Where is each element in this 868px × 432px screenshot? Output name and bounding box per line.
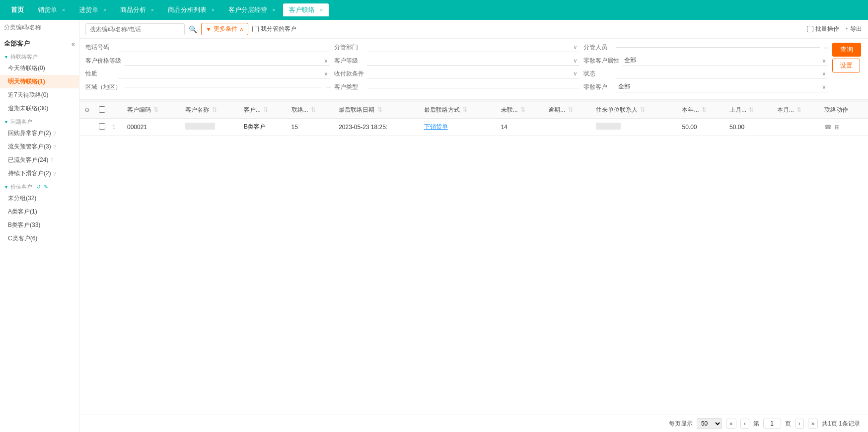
unit-contact-cell (593, 119, 679, 136)
sidebar-item-ungrouped[interactable]: 未分组(32) (0, 192, 79, 205)
customer-type-label: 客户类型 (334, 83, 364, 91)
customer-level-label: 客户等级 (334, 57, 364, 65)
col-last-contact-method[interactable]: 最后联络方式 ⇅ (421, 102, 498, 119)
grid-action-icon[interactable]: ⊞ (835, 124, 840, 131)
sidebar-item-repurchase-abnormal[interactable]: 回购异常客户(2) ? (0, 127, 79, 140)
filter-right-actions: 批量操作 ↑ 导出 (807, 25, 862, 33)
price-level-select[interactable]: ∨ (124, 56, 330, 66)
search-input[interactable] (85, 23, 185, 35)
next-page-button[interactable]: › (795, 419, 804, 429)
retail-customer-select[interactable]: 全部 ∨ (616, 81, 828, 92)
sidebar-item-today-contact[interactable]: 今天待联络(0) (0, 62, 79, 75)
page-input[interactable] (763, 419, 781, 429)
batch-op-checkbox[interactable] (807, 26, 813, 32)
col-this-month[interactable]: 本月... ⇅ (774, 102, 822, 119)
adv-filter-row1: 电话号码 分管部门 ∨ 分管人员 (85, 43, 828, 52)
close-goods-analysis-tab[interactable]: × (151, 7, 154, 13)
sidebar: 🔍 全部客户 « ▼ 待联络客户 今天待联络(0) 明天待联络(1) 近7天待联… (0, 20, 79, 432)
col-last-contact-date[interactable]: 最后联络日期 ⇅ (336, 102, 421, 119)
col-customer-name[interactable]: 客户名称 ⇅ (182, 102, 240, 119)
search-button[interactable]: 🔍 (189, 25, 197, 33)
nav-goods-analysis-list[interactable]: 商品分析列表 × (162, 3, 220, 16)
close-goods-analysis-list-tab[interactable]: × (212, 7, 215, 13)
per-page-select[interactable]: 50 100 200 (697, 418, 722, 429)
retail-customer-arrow: ∨ (822, 83, 826, 90)
payment-select[interactable]: ∨ (367, 69, 579, 78)
adv-filter-region: 区域（地区） ··· (85, 83, 330, 91)
batch-op-button[interactable]: 批量操作 (807, 25, 839, 33)
customer-level-select[interactable]: ∨ (367, 56, 579, 66)
col-last-month[interactable]: 上月... ⇅ (726, 102, 774, 119)
close-sales-tab[interactable]: × (62, 7, 65, 13)
customer-level-arrow: ∨ (573, 57, 578, 64)
sidebar-search-input[interactable] (4, 24, 78, 31)
nav-customer-contact[interactable]: 客户联络 × (283, 3, 329, 16)
sidebar-collapse-icon[interactable]: « (72, 40, 75, 48)
sidebar-item-7days-contact[interactable]: 近7天待联络(0) (0, 88, 79, 102)
all-customers-label: 全部客户 (4, 39, 30, 48)
status-select[interactable]: ∨ (616, 69, 828, 78)
status-label: 状态 (583, 70, 613, 78)
my-customers-checkbox[interactable] (252, 26, 259, 32)
setting-button[interactable]: 设置 (832, 59, 860, 72)
col-this-year[interactable]: 本年... ⇅ (679, 102, 726, 119)
refresh-icon[interactable]: ↺ (36, 184, 41, 190)
sidebar-item-churned[interactable]: 已流失客户(24) ? (0, 153, 79, 167)
sidebar-item-overdue-contact[interactable]: 逾期未联络(30) (0, 102, 79, 115)
phone-input[interactable] (118, 43, 330, 52)
last-contact-date-cell: 2023-05-23 18:25: (336, 119, 421, 136)
all-customers-header: 全部客户 « (0, 35, 79, 50)
col-contact-count[interactable]: 联络... ⇅ (289, 102, 336, 119)
sidebar-item-b-class[interactable]: B类客户(33) (0, 218, 79, 232)
sidebar-item-tomorrow-contact[interactable]: 明天待联络(1) (0, 75, 79, 88)
close-purchase-tab[interactable]: × (103, 7, 106, 13)
nature-arrow: ∨ (324, 70, 328, 77)
col-customer-code[interactable]: 客户编码 ⇅ (124, 102, 182, 119)
prev-page-button[interactable]: ‹ (740, 419, 749, 429)
col-gear[interactable]: ⚙ (79, 102, 94, 119)
sidebar-item-churn-warning[interactable]: 流失预警客户(3) ? (0, 140, 79, 153)
dept-label: 分管部门 (334, 43, 364, 52)
nature-select[interactable]: ∨ (118, 69, 330, 78)
export-icon: ↑ (845, 26, 848, 33)
retail-attr-arrow: ∨ (822, 57, 826, 64)
col-customer-type[interactable]: 客户... ⇅ (241, 102, 289, 119)
last-month-cell: 50.00 (726, 119, 774, 136)
close-customer-tier-tab[interactable]: × (272, 7, 275, 13)
retail-attr-select[interactable]: 全部 ∨ (622, 55, 828, 66)
filter-icon: ▼ (206, 26, 212, 33)
nav-home[interactable]: 首页 (5, 3, 30, 16)
edit-icon[interactable]: ✎ (44, 184, 48, 190)
nav-goods-analysis[interactable]: 商品分析 × (114, 3, 160, 16)
nav-customer-tier[interactable]: 客户分层经营 × (222, 3, 281, 16)
more-conditions-button[interactable]: ▼ 更多条件 ∧ (201, 23, 248, 35)
my-customers-checkbox-label[interactable]: 我分管的客户 (252, 25, 296, 33)
dept-select[interactable]: ∨ (367, 43, 579, 52)
query-button[interactable]: 查询 (832, 43, 861, 57)
adv-filter-manager: 分管人员 ··· (583, 43, 828, 52)
chevron-up-icon: ∧ (239, 26, 244, 33)
sidebar-item-c-class[interactable]: C类客户(6) (0, 232, 79, 245)
adv-filter-customer-level: 客户等级 ∨ (334, 56, 579, 66)
last-page-button[interactable]: » (808, 419, 818, 429)
sidebar-item-declining[interactable]: 持续下滑客户(2) ? (0, 167, 79, 180)
customer-type-select[interactable] (367, 86, 579, 88)
sidebar-item-a-class[interactable]: A类客户(1) (0, 205, 79, 218)
manager-more-icon[interactable]: ··· (823, 44, 828, 51)
col-unit-contact[interactable]: 往来单位联系人 ⇅ (593, 102, 679, 119)
select-all-checkbox[interactable] (99, 106, 105, 113)
col-no-contact[interactable]: 未联... ⇅ (498, 102, 546, 119)
export-button[interactable]: ↑ 导出 (845, 25, 862, 33)
phone-action-icon[interactable]: ☎ (824, 124, 832, 131)
col-overdue[interactable]: 逾期... ⇅ (545, 102, 593, 119)
nav-purchase[interactable]: 进货单 × (73, 3, 112, 16)
row-checkbox[interactable] (99, 123, 105, 130)
region-more-icon[interactable]: ··· (325, 83, 330, 90)
nav-sales[interactable]: 销货单 × (32, 3, 71, 16)
last-contact-method-link[interactable]: 下销货单 (424, 123, 448, 130)
main-layout: 🔍 全部客户 « ▼ 待联络客户 今天待联络(0) 明天待联络(1) 近7天待联… (0, 20, 868, 432)
first-page-button[interactable]: « (726, 419, 736, 429)
region-label: 区域（地区） (85, 83, 121, 91)
close-customer-contact-tab[interactable]: × (320, 7, 323, 13)
content-area: 🔍 ▼ 更多条件 ∧ 我分管的客户 批量操作 ↑ 导出 (79, 20, 868, 432)
